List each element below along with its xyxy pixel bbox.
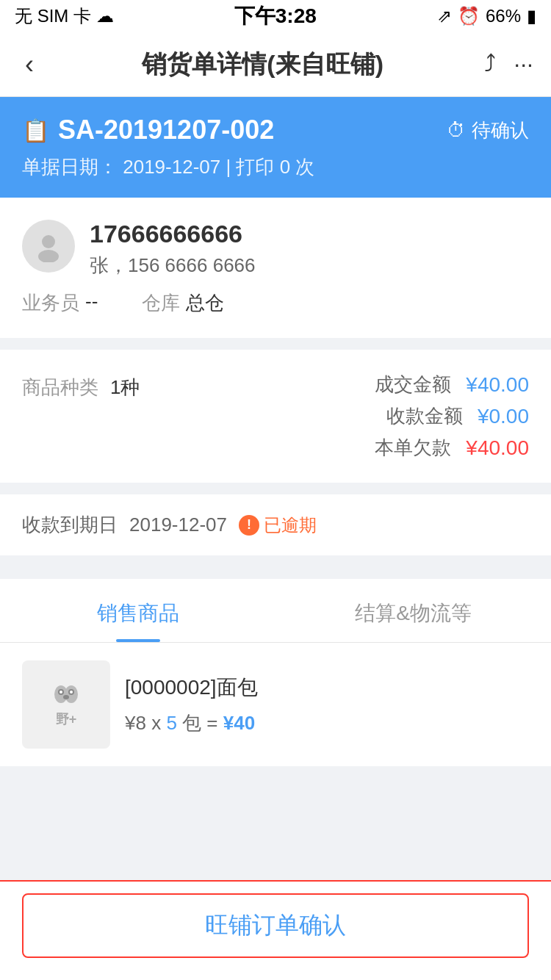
equals-sign: = [206,712,223,734]
sim-status: 无 SIM 卡 ☁ [15,4,114,28]
received-label: 收款金额 [386,403,463,429]
product-type-value: 1种 [110,375,140,400]
customer-phone: 17666666666 [90,220,529,248]
product-section: 野+ [0000002]面包 ¥8 x 5 包 = ¥40 [0,643,551,766]
order-id-text: SA-20191207-002 [58,115,274,145]
product-name: [0000002]面包 [125,674,529,702]
svg-point-8 [63,695,69,699]
tab-sales-products[interactable]: 销售商品 [0,579,276,642]
warehouse-value: 总仓 [186,290,224,316]
customer-meta: 业务员 -- 仓库 总仓 [22,290,529,316]
order-status: ⏱ 待确认 [447,118,529,143]
status-right: ⇗ ⏰ 66% ▮ [437,6,536,26]
product-item: 野+ [0000002]面包 ¥8 x 5 包 = ¥40 [0,643,551,766]
due-date-value: 2019-12-07 [129,514,227,536]
invoice-icon: 📋 [22,118,49,143]
divider [0,567,551,579]
product-unit: 包 [182,712,201,734]
owed-label: 本单欠款 [375,435,451,461]
customer-name: 张，156 6666 6666 [90,253,529,278]
confirm-button-wrapper: 旺铺订单确认 [0,880,551,980]
product-thumbnail: 野+ [22,660,110,749]
unit-price: ¥8 [125,712,146,734]
brand-text: 野+ [56,710,77,728]
warehouse-item: 仓库 总仓 [142,290,224,316]
status-text: 待确认 [472,118,529,143]
received-row: 收款金额 ¥0.00 [386,403,529,429]
owed-value: ¥40.00 [466,436,529,460]
product-price: ¥8 x 5 包 = ¥40 [125,710,529,736]
order-id: 📋 SA-20191207-002 [22,115,274,145]
overdue-text: 已逾期 [264,514,317,537]
summary-section: 商品种类 1种 成交金额 ¥40.00 收款金额 ¥0.00 本单欠款 ¥40.… [0,350,551,483]
product-qty: 5 [166,712,176,734]
customer-section: 17666666666 张，156 6666 6666 业务员 -- 仓库 总仓 [0,198,551,338]
summary-right: 成交金额 ¥40.00 收款金额 ¥0.00 本单欠款 ¥40.00 [375,372,529,461]
more-icon[interactable]: ··· [514,51,533,78]
overdue-icon: ! [239,515,259,536]
summary-left: 商品种类 1种 [22,372,140,400]
product-type-label: 商品种类 [22,375,98,400]
status-bar: 无 SIM 卡 ☁ 下午3:28 ⇗ ⏰ 66% ▮ [0,0,551,32]
order-date: 2019-12-07 [123,156,220,178]
location-icon: ⇗ [437,6,452,26]
tabs: 销售商品 结算&物流等 [0,579,551,643]
page-title: 销货单详情(来自旺铺) [142,48,383,82]
tab-settlement-logistics[interactable]: 结算&物流等 [276,579,551,642]
warehouse-label: 仓库 [142,290,180,316]
avatar [22,220,75,273]
order-meta: 单据日期： 2019-12-07 | 打印 0 次 [22,154,529,180]
deal-amount-value: ¥40.00 [466,373,529,397]
received-value: ¥0.00 [478,405,529,428]
sales-value: -- [85,290,98,316]
battery-icon: ▮ [527,6,536,26]
due-date-label: 收款到期日 [22,512,118,538]
nav-actions: ⤴ ··· [484,51,533,78]
date-label: 单据日期： [22,156,118,178]
deal-amount-row: 成交金额 ¥40.00 [375,372,529,397]
alarm-icon: ⏰ [458,6,480,26]
nav-bar: ‹ 销货单详情(来自旺铺) ⤴ ··· [0,32,551,97]
svg-point-6 [60,691,62,693]
confirm-order-button[interactable]: 旺铺订单确认 [22,893,529,958]
sales-label: 业务员 [22,290,79,316]
battery-level: 66% [486,6,521,26]
order-header: 📋 SA-20191207-002 ⏱ 待确认 单据日期： 2019-12-07… [0,97,551,198]
product-total: ¥40 [223,712,255,734]
confirm-btn-label: 旺铺订单确认 [205,909,346,942]
deal-amount-label: 成交金额 [375,372,451,397]
status-time: 下午3:28 [234,2,317,30]
due-section: 收款到期日 2019-12-07 ! 已逾期 [0,494,551,555]
price-separator: x [151,712,166,734]
overdue-badge: ! 已逾期 [239,514,317,537]
customer-info: 17666666666 张，156 6666 6666 [90,220,529,278]
order-header-top: 📋 SA-20191207-002 ⏱ 待确认 [22,115,529,145]
share-icon[interactable]: ⤴ [484,51,496,78]
back-button[interactable]: ‹ [18,42,41,87]
clock-icon: ⏱ [447,119,466,142]
svg-point-1 [38,250,59,262]
svg-point-0 [42,235,55,248]
owed-row: 本单欠款 ¥40.00 [375,435,529,461]
status-left: 无 SIM 卡 ☁ [15,4,114,28]
svg-point-7 [70,691,73,693]
sales-item: 业务员 -- [22,290,98,316]
customer-row: 17666666666 张，156 6666 6666 [22,220,529,278]
product-info: [0000002]面包 ¥8 x 5 包 = ¥40 [125,674,529,736]
print-info: | 打印 0 次 [226,156,314,178]
